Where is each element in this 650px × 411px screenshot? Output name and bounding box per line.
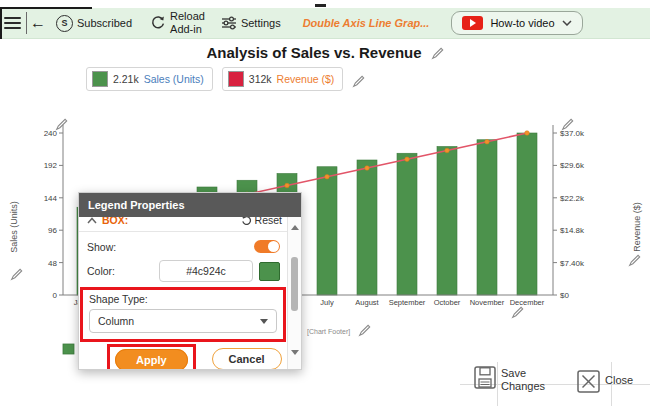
app-window: ← S Subscribed ReloadAdd-in Setting [0, 0, 650, 411]
box-section-label: BOX: [102, 217, 128, 226]
svg-text:0: 0 [53, 291, 58, 300]
svg-text:$14.8k: $14.8k [560, 226, 585, 235]
dialog-body: BOX: Reset Show: Color: #4c924c [79, 217, 288, 369]
svg-text:96: 96 [48, 226, 57, 235]
apply-button[interactable]: Apply [115, 349, 188, 369]
svg-text:240: 240 [44, 129, 58, 138]
box-section-header[interactable]: BOX: Reset [79, 217, 288, 228]
svg-text:December: December [510, 298, 545, 307]
dialog-scrollbar[interactable] [287, 217, 301, 369]
close-button[interactable]: Close [576, 369, 633, 394]
legend-properties-dialog: Legend Properties BOX: Reset Show: [78, 192, 302, 370]
color-value-input[interactable]: #4c924c [159, 260, 253, 282]
svg-text:$22.2k: $22.2k [560, 194, 585, 203]
svg-text:November: November [470, 298, 505, 307]
shape-type-label: Shape Type: [89, 293, 277, 305]
highlight-box-apply: Apply [107, 344, 196, 369]
show-label: Show: [87, 241, 116, 253]
scroll-down-arrow[interactable] [291, 350, 299, 355]
reset-icon [241, 217, 252, 226]
chevron-up-icon [87, 217, 97, 224]
svg-text:$37.0k: $37.0k [560, 129, 585, 138]
save-floppy-icon [473, 365, 497, 390]
svg-text:48: 48 [48, 259, 57, 268]
close-label: Close [605, 369, 633, 387]
svg-text:October: October [434, 298, 461, 307]
svg-text:144: 144 [44, 194, 58, 203]
chart-footer-text: [Chart Footer] [307, 328, 350, 335]
reset-button[interactable]: Reset [241, 217, 282, 226]
scroll-up-arrow[interactable] [291, 225, 299, 230]
highlight-box-shape-type: Shape Type: Column [80, 287, 286, 342]
save-changes-label: SaveChanges [501, 365, 545, 392]
shape-type-dropdown[interactable]: Column [89, 309, 277, 333]
svg-text:September: September [389, 298, 426, 307]
scroll-thumb[interactable] [291, 257, 298, 311]
svg-text:$29.6k: $29.6k [560, 161, 585, 170]
show-toggle[interactable] [254, 240, 280, 253]
svg-text:192: 192 [44, 161, 58, 170]
color-label: Color: [87, 265, 115, 277]
svg-text:$7.40k: $7.40k [560, 259, 585, 268]
svg-text:August: August [355, 298, 379, 307]
svg-text:July: July [320, 298, 334, 307]
close-x-icon [576, 369, 601, 394]
dialog-title: Legend Properties [79, 193, 301, 217]
save-changes-button[interactable]: SaveChanges [473, 365, 545, 392]
dropdown-caret-icon [260, 319, 268, 324]
cancel-button[interactable]: Cancel [212, 348, 282, 369]
color-swatch[interactable] [259, 262, 280, 281]
svg-text:$0: $0 [560, 291, 569, 300]
shape-type-value: Column [98, 315, 134, 327]
